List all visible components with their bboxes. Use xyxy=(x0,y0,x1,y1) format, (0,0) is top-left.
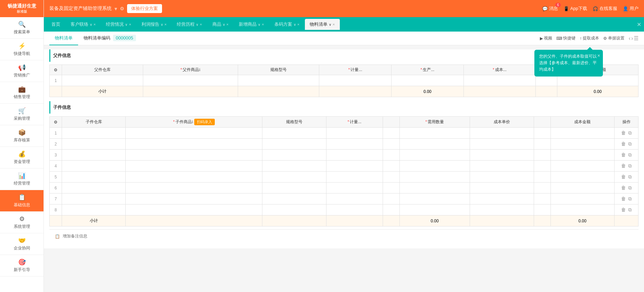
child-row-spec[interactable] xyxy=(262,194,326,205)
sidebar-item-销售管理[interactable]: 💼销售管理 xyxy=(0,82,44,104)
copy-icon[interactable]: ⧉ xyxy=(628,151,632,158)
copy-icon[interactable]: ⧉ xyxy=(628,195,632,202)
child-row-spec[interactable] xyxy=(262,128,326,139)
child-row-unit[interactable] xyxy=(326,194,383,205)
child-row-spec[interactable] xyxy=(262,205,326,215)
tab-8[interactable]: 物料清单 ∨ × xyxy=(305,19,339,30)
tab-close-icon[interactable]: × xyxy=(226,22,228,26)
sidebar-item-资金管理[interactable]: 💰资金管理 xyxy=(0,147,44,168)
sidebar-item-库存核算[interactable]: 📦库存核算 xyxy=(0,125,44,147)
child-row-product[interactable] xyxy=(126,128,262,139)
child-row-unit[interactable] xyxy=(326,139,383,150)
child-row-product[interactable] xyxy=(126,150,262,161)
nav-list-icon[interactable]: ☰ xyxy=(634,35,639,42)
tab-6[interactable]: 新增商品 ∨ × xyxy=(234,19,269,30)
scan-input-btn[interactable]: 扫码录入 xyxy=(194,119,215,125)
delete-icon[interactable]: 🗑 xyxy=(620,129,627,136)
child-row-unit[interactable] xyxy=(326,150,383,161)
delete-icon[interactable]: 🗑 xyxy=(620,184,627,191)
tab-4[interactable]: 经营历程 ∨ × xyxy=(172,19,207,30)
parent-row-1-cost[interactable] xyxy=(463,75,536,86)
child-row-warehouse[interactable] xyxy=(62,128,126,139)
delete-icon[interactable]: 🗑 xyxy=(620,173,627,180)
note-label[interactable]: 增加备注信息 xyxy=(63,233,87,239)
nav-prev-icon[interactable]: ‹ xyxy=(629,35,630,42)
copy-icon[interactable]: ⧉ xyxy=(628,140,632,147)
delete-icon[interactable]: 🗑 xyxy=(620,140,627,147)
child-row-spec[interactable] xyxy=(262,172,326,183)
child-col-settings[interactable]: ⚙ xyxy=(50,117,62,128)
child-row-qty[interactable] xyxy=(399,150,470,161)
tab-close-icon[interactable]: × xyxy=(164,22,166,26)
sidebar-item-企业协同[interactable]: 🤝企业协同 xyxy=(0,233,44,255)
delete-icon[interactable]: 🗑 xyxy=(620,195,627,202)
sidebar-item-经营管理[interactable]: 📊经营管理 xyxy=(0,168,44,190)
child-row-qty[interactable] xyxy=(399,205,470,215)
nav-next-icon[interactable]: › xyxy=(631,35,633,42)
child-row-warehouse[interactable] xyxy=(62,194,126,205)
tab-5[interactable]: 商品 ∨ × xyxy=(208,19,233,30)
child-row-unit-cost[interactable] xyxy=(470,183,534,194)
sidebar-item-基础信息[interactable]: 📋基础信息 xyxy=(0,190,44,212)
child-row-warehouse[interactable] xyxy=(62,161,126,172)
tab-3[interactable]: 利润报告 ∨ × xyxy=(137,19,171,30)
delete-icon[interactable]: 🗑 xyxy=(620,206,627,213)
child-row-warehouse[interactable] xyxy=(62,139,126,150)
tab-1[interactable]: 客户联络 ∨ × xyxy=(66,19,100,30)
copy-icon[interactable]: ⧉ xyxy=(628,173,632,180)
sidebar-item-新手引导[interactable]: 🎯新手引导 xyxy=(0,255,44,277)
sidebar-item-快捷导航[interactable]: ⚡快捷导航 xyxy=(0,39,44,60)
tab-2[interactable]: 经营情况 ∨ × xyxy=(101,19,136,30)
extract-cost-action[interactable]: ↑ 提取成本 xyxy=(580,35,599,41)
sidebar-item-营销推广[interactable]: 📢营销推广 xyxy=(0,60,44,82)
tab-0[interactable]: 首页 xyxy=(47,19,65,30)
child-row-unit-cost[interactable] xyxy=(470,172,534,183)
child-row-spec[interactable] xyxy=(262,161,326,172)
parent-row-1-product[interactable] xyxy=(143,75,238,86)
child-row-unit-cost[interactable] xyxy=(470,194,534,205)
tab-close-icon[interactable]: × xyxy=(262,22,264,26)
child-row-unit[interactable] xyxy=(326,128,383,139)
tab-7[interactable]: 条码方案 ∨ × xyxy=(270,19,304,30)
copy-icon[interactable]: ⧉ xyxy=(628,129,632,136)
shortcuts-action[interactable]: ⌨ 快捷键 xyxy=(556,35,575,41)
online-service-item[interactable]: 🎧 在线客服 xyxy=(593,5,617,12)
child-row-product[interactable] xyxy=(126,194,262,205)
copy-icon[interactable]: ⧉ xyxy=(628,162,632,169)
sidebar-item-搜索菜单[interactable]: 🔍搜索菜单 xyxy=(0,17,44,39)
child-row-unit[interactable] xyxy=(326,205,383,215)
tooltip-close-btn[interactable]: × xyxy=(597,52,600,59)
parent-row-1-unit[interactable] xyxy=(319,75,392,86)
child-row-unit[interactable] xyxy=(326,172,383,183)
child-row-product[interactable] xyxy=(126,139,262,150)
messages-item[interactable]: 💬 消息 6 xyxy=(542,5,558,12)
tab-material-list[interactable]: 物料清单 xyxy=(49,32,78,45)
delete-icon[interactable]: 🗑 xyxy=(620,151,627,158)
child-row-unit-cost[interactable] xyxy=(470,128,534,139)
child-row-spec[interactable] xyxy=(262,150,326,161)
doc-settings-action[interactable]: ⚙ 单据设置 xyxy=(603,35,624,41)
child-row-unit[interactable] xyxy=(326,161,383,172)
app-download-item[interactable]: 📱 App下载 xyxy=(564,5,587,12)
child-row-unit-cost[interactable] xyxy=(470,205,534,215)
child-row-unit-cost[interactable] xyxy=(470,161,534,172)
sidebar-item-采购管理[interactable]: 🛒采购管理 xyxy=(0,104,44,125)
parent-row-1-warehouse[interactable] xyxy=(62,75,143,86)
child-row-product[interactable] xyxy=(126,183,262,194)
tab-close-icon[interactable]: × xyxy=(94,22,96,26)
child-row-unit[interactable] xyxy=(326,183,383,194)
dropdown-icon[interactable]: ▾ xyxy=(114,5,117,12)
child-row-warehouse[interactable] xyxy=(62,172,126,183)
child-row-product[interactable] xyxy=(126,205,262,215)
child-row-qty[interactable] xyxy=(399,161,470,172)
child-row-warehouse[interactable] xyxy=(62,205,126,215)
child-row-warehouse[interactable] xyxy=(62,150,126,161)
video-action[interactable]: ▶ 视频 xyxy=(540,35,552,41)
child-row-product[interactable] xyxy=(126,172,262,183)
parent-col-settings[interactable]: ⚙ xyxy=(50,65,62,75)
tab-close-icon[interactable]: × xyxy=(297,22,299,26)
child-row-qty[interactable] xyxy=(399,139,470,150)
copy-icon[interactable]: ⧉ xyxy=(628,206,632,213)
tab-close-icon[interactable]: × xyxy=(333,22,335,26)
gear-icon[interactable]: ⚙ xyxy=(120,6,124,11)
